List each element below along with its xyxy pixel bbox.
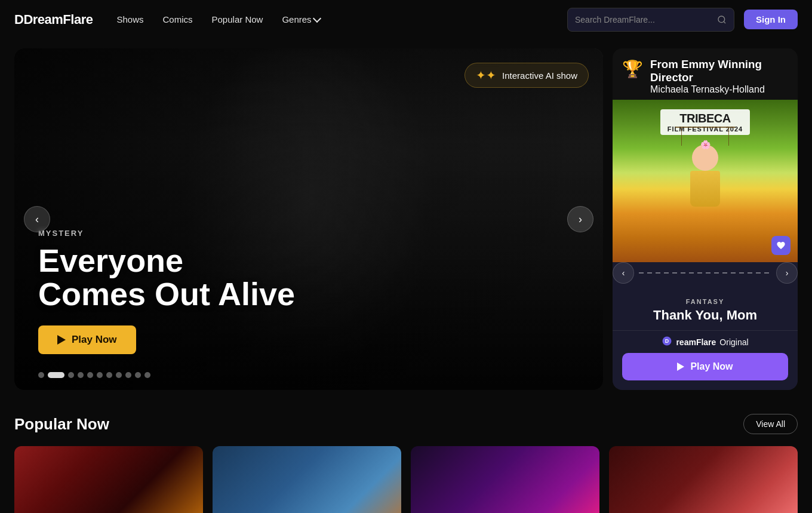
doll-body: [690, 171, 720, 207]
cards-grid: [14, 446, 798, 513]
nav-link-genres[interactable]: Genres: [282, 14, 319, 24]
dot-3[interactable]: [68, 372, 74, 378]
dot-10[interactable]: [135, 372, 141, 378]
search-button[interactable]: [717, 15, 727, 24]
nav-link-popular[interactable]: Popular Now: [212, 14, 263, 24]
doll-figure: 🌸: [681, 145, 729, 216]
side-bottom: ‹ › FANTASY Thank You, Mom D reamFlare: [613, 262, 798, 390]
card-image-4: [609, 446, 798, 513]
sparkle-icon: ✦✦: [476, 68, 496, 82]
nav-link-comics[interactable]: Comics: [163, 14, 193, 24]
swing-rope-left: [681, 128, 682, 146]
doll-head: 🌸: [692, 145, 718, 171]
original-brand: reamFlare: [676, 337, 716, 347]
award-header: 🏆 From Emmy Winning Director Michaela Te…: [613, 48, 798, 100]
svg-text:D: D: [665, 338, 669, 344]
original-suffix: Original: [719, 337, 748, 347]
director-name: Michaela Ternasky-Holland: [650, 84, 788, 95]
hero-side-panel: 🏆 From Emmy Winning Director Michaela Te…: [613, 48, 798, 390]
search-icon: [717, 15, 727, 24]
card-image-3: [411, 446, 599, 513]
heart-icon: [776, 241, 786, 250]
nav-item-shows[interactable]: Shows: [116, 14, 143, 25]
card-image-1: [14, 446, 203, 513]
view-all-button[interactable]: View All: [743, 414, 798, 434]
play-icon: [57, 335, 66, 345]
dot-7[interactable]: [106, 372, 112, 378]
award-info: From Emmy Winning Director Michaela Tern…: [650, 58, 788, 95]
popular-section: Popular Now View All: [0, 400, 812, 513]
dot-6[interactable]: [97, 372, 103, 378]
card-3[interactable]: [411, 446, 599, 513]
side-play-icon: [677, 363, 684, 371]
dot-11[interactable]: [144, 372, 150, 378]
navbar-left: DDreamFlare Shows Comics Popular Now Gen…: [14, 12, 320, 27]
badge-label: Interactive AI show: [502, 70, 577, 81]
side-image-area: 🏆 From Emmy Winning Director Michaela Te…: [613, 48, 798, 262]
card-4[interactable]: [609, 446, 798, 513]
tribeca-content: 🏆 From Emmy Winning Director Michaela Te…: [613, 48, 798, 262]
dreamflare-original: D reamFlare DreamFlare Original Original: [613, 330, 798, 353]
side-genre: FANTASY: [613, 291, 798, 308]
search-input[interactable]: [575, 15, 717, 24]
dot-9[interactable]: [125, 372, 131, 378]
tribeca-poster: TRIBECA FILM FESTIVAL 2024 🌸: [613, 100, 798, 262]
dreamflare-logo-icon: D: [662, 336, 672, 346]
hero-genre: MYSTERY: [38, 229, 567, 238]
swing-rope-right: [728, 128, 729, 146]
hero-content: MYSTERY Everyone Comes Out Alive Play No…: [38, 229, 567, 354]
navbar: DDreamFlare Shows Comics Popular Now Gen…: [0, 0, 812, 39]
card-image-2: [213, 446, 401, 513]
nav-item-popular[interactable]: Popular Now: [212, 14, 263, 25]
play-now-button[interactable]: Play Now: [38, 325, 136, 354]
nav-link-shows[interactable]: Shows: [116, 14, 143, 24]
hero-prev-button[interactable]: ‹: [24, 206, 50, 232]
navbar-right: Sign In: [567, 8, 798, 32]
side-next-button[interactable]: ›: [776, 262, 798, 284]
dot-1[interactable]: [38, 372, 44, 378]
hero-section: ✦✦ Interactive AI show ‹ › MYSTERY Every…: [0, 39, 812, 400]
dot-8[interactable]: [116, 372, 122, 378]
flower-icon: 🌸: [700, 140, 710, 149]
dot-2[interactable]: [48, 372, 64, 378]
nav-item-genres[interactable]: Genres: [282, 14, 319, 24]
sign-in-button[interactable]: Sign In: [744, 10, 798, 29]
trophy-icon: 🏆: [622, 59, 643, 79]
side-play-now-button[interactable]: Play Now: [622, 353, 788, 380]
chevron-down-icon: [313, 14, 321, 22]
card-1[interactable]: [14, 446, 203, 513]
hero-main: ✦✦ Interactive AI show ‹ › MYSTERY Every…: [14, 48, 603, 390]
award-title: From Emmy Winning Director: [650, 58, 788, 84]
side-title: Thank You, Mom: [613, 308, 798, 330]
hero-title: Everyone Comes Out Alive: [38, 244, 567, 311]
side-dots-line: [639, 272, 771, 274]
card-2[interactable]: [213, 446, 401, 513]
hero-next-button[interactable]: ›: [567, 206, 593, 232]
side-carousel-arrows: ‹ ›: [613, 262, 798, 291]
logo[interactable]: DDreamFlare: [14, 12, 93, 27]
dot-5[interactable]: [87, 372, 93, 378]
logo-icon: D: [14, 12, 23, 27]
interactive-badge: ✦✦ Interactive AI show: [465, 63, 589, 88]
section-header: Popular Now View All: [14, 414, 798, 434]
search-bar: [567, 8, 734, 32]
section-title: Popular Now: [14, 415, 109, 434]
bookmark-button[interactable]: [771, 236, 791, 255]
nav-links: Shows Comics Popular Now Genres: [116, 14, 319, 25]
dot-4[interactable]: [78, 372, 84, 378]
nav-item-comics[interactable]: Comics: [163, 14, 193, 25]
df-logo: D: [662, 336, 672, 348]
carousel-dots: [38, 372, 150, 378]
side-prev-button[interactable]: ‹: [613, 262, 634, 284]
svg-point-0: [718, 16, 725, 23]
